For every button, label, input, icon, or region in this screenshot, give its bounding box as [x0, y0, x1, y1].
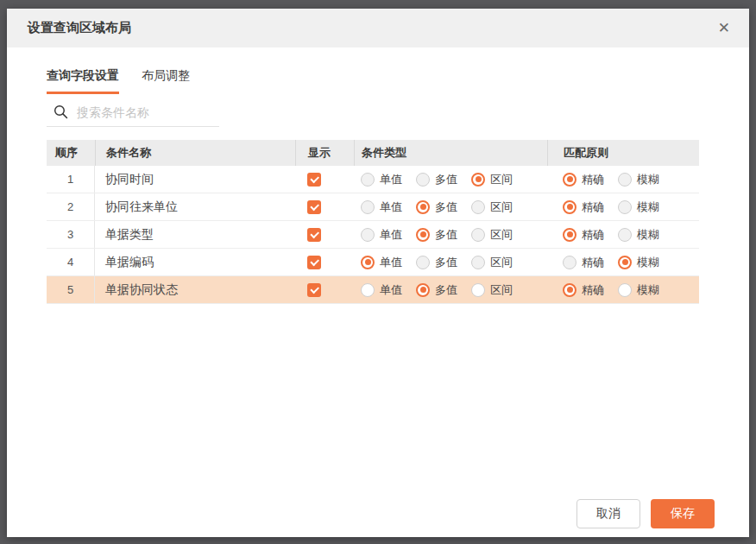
radio-multi-value[interactable] [416, 256, 430, 269]
row-order-number: 3 [47, 221, 95, 248]
radio-label-multi-value: 多值 [435, 282, 457, 298]
radio-label-exact: 精确 [582, 282, 604, 298]
close-icon[interactable]: ✕ [718, 21, 730, 35]
visible-checkbox[interactable] [307, 200, 321, 214]
radio-option-single-value[interactable]: 单值 [361, 255, 402, 270]
radio-single-value-selected[interactable] [361, 256, 375, 269]
radio-option-exact[interactable]: 精确 [563, 227, 604, 243]
radio-label-exact: 精确 [582, 172, 604, 187]
radio-option-range[interactable]: 区间 [471, 227, 513, 243]
condition-type-group: 单值多值区间 [354, 249, 547, 275]
radio-exact-selected[interactable] [563, 200, 576, 214]
row-condition-name: 协同时间 [95, 166, 295, 193]
row-condition-name: 单据编码 [95, 249, 295, 275]
radio-fuzzy[interactable] [618, 173, 632, 187]
radio-option-single-value[interactable]: 单值 [361, 199, 402, 215]
header-type: 条件类型 [354, 140, 547, 166]
search-box[interactable] [47, 99, 219, 127]
radio-label-single-value: 单值 [380, 282, 402, 298]
cancel-button[interactable]: 取消 [576, 499, 640, 528]
radio-option-single-value[interactable]: 单值 [361, 282, 402, 298]
set-query-layout-dialog: 设置查询区域布局 ✕ 查询字段设置 布局调整 顺序 条件名称 显示 条件类型 匹… [7, 9, 749, 537]
visible-checkbox[interactable] [307, 228, 321, 242]
radio-option-fuzzy[interactable]: 模糊 [618, 255, 659, 270]
radio-option-fuzzy[interactable]: 模糊 [618, 227, 659, 243]
radio-label-exact: 精确 [582, 227, 604, 243]
search-input[interactable] [77, 105, 206, 119]
radio-range-selected[interactable] [471, 173, 485, 187]
match-rule-group: 精确模糊 [547, 166, 699, 193]
radio-range[interactable] [471, 228, 485, 242]
radio-option-range[interactable]: 区间 [471, 172, 513, 187]
visible-checkbox[interactable] [307, 283, 321, 297]
radio-exact-selected[interactable] [563, 283, 576, 297]
radio-fuzzy[interactable] [618, 200, 632, 214]
radio-label-single-value: 单值 [380, 199, 402, 215]
radio-fuzzy-selected[interactable] [618, 256, 632, 269]
tab-query-field-settings[interactable]: 查询字段设置 [47, 68, 119, 94]
radio-range[interactable] [471, 256, 485, 269]
search-icon [54, 104, 68, 119]
radio-option-multi-value[interactable]: 多值 [416, 199, 457, 215]
radio-single-value[interactable] [361, 173, 375, 187]
radio-range[interactable] [471, 200, 485, 214]
table-row[interactable]: 4 单据编码 单值多值区间 精确模糊 [47, 249, 699, 276]
table-row[interactable]: 5 单据协同状态 单值多值区间 精确模糊 [47, 276, 699, 304]
dialog-content: 查询字段设置 布局调整 顺序 条件名称 显示 条件类型 匹配原则 1 协同时间 [7, 68, 749, 304]
radio-option-fuzzy[interactable]: 模糊 [618, 199, 659, 215]
tab-bar: 查询字段设置 布局调整 [47, 68, 699, 94]
radio-option-exact[interactable]: 精确 [563, 282, 604, 298]
radio-fuzzy[interactable] [618, 283, 632, 297]
row-order-number: 2 [47, 193, 95, 220]
radio-option-multi-value[interactable]: 多值 [416, 255, 457, 270]
match-rule-group: 精确模糊 [547, 221, 699, 248]
radio-single-value[interactable] [361, 228, 375, 242]
visible-checkbox[interactable] [307, 256, 321, 269]
radio-option-multi-value[interactable]: 多值 [416, 172, 457, 187]
radio-exact-selected[interactable] [563, 173, 576, 187]
radio-single-value[interactable] [361, 283, 375, 297]
radio-multi-value-selected[interactable] [416, 283, 430, 297]
table-row[interactable]: 3 单据类型 单值多值区间 精确模糊 [47, 221, 699, 249]
radio-multi-value-selected[interactable] [416, 228, 430, 242]
radio-label-range: 区间 [490, 227, 513, 243]
radio-label-multi-value: 多值 [435, 255, 457, 270]
tab-layout-adjust[interactable]: 布局调整 [142, 68, 190, 94]
radio-option-exact[interactable]: 精确 [563, 255, 604, 270]
radio-option-exact[interactable]: 精确 [563, 172, 604, 187]
radio-exact-selected[interactable] [563, 228, 576, 242]
radio-label-range: 区间 [490, 282, 513, 298]
radio-option-range[interactable]: 区间 [471, 199, 513, 215]
radio-option-exact[interactable]: 精确 [563, 199, 604, 215]
radio-option-range[interactable]: 区间 [471, 282, 513, 298]
table-row[interactable]: 1 协同时间 单值多值区间 精确模糊 [47, 166, 699, 193]
radio-range[interactable] [471, 283, 485, 297]
radio-multi-value-selected[interactable] [416, 200, 430, 214]
save-button[interactable]: 保存 [651, 499, 715, 528]
radio-single-value[interactable] [361, 200, 375, 214]
header-match-rule: 匹配原则 [547, 140, 699, 166]
radio-label-multi-value: 多值 [435, 199, 457, 215]
radio-option-single-value[interactable]: 单值 [361, 172, 402, 187]
radio-option-multi-value[interactable]: 多值 [416, 227, 457, 243]
radio-label-multi-value: 多值 [435, 172, 457, 187]
header-visible: 显示 [295, 140, 354, 166]
radio-fuzzy[interactable] [618, 228, 632, 242]
radio-label-multi-value: 多值 [435, 227, 457, 243]
radio-multi-value[interactable] [416, 173, 430, 187]
table-body: 1 协同时间 单值多值区间 精确模糊 2 协同往来单位 单值多值区间 精确模糊 … [47, 166, 699, 304]
radio-label-range: 区间 [490, 255, 513, 270]
radio-option-multi-value[interactable]: 多值 [416, 282, 457, 298]
radio-label-range: 区间 [490, 199, 513, 215]
table-row[interactable]: 2 协同往来单位 单值多值区间 精确模糊 [47, 193, 699, 221]
dialog-footer: 取消 保存 [576, 499, 715, 528]
radio-option-single-value[interactable]: 单值 [361, 227, 402, 243]
condition-type-group: 单值多值区间 [354, 221, 547, 248]
visible-checkbox[interactable] [307, 173, 321, 187]
radio-label-fuzzy: 模糊 [637, 199, 659, 215]
radio-option-range[interactable]: 区间 [471, 255, 513, 270]
radio-option-fuzzy[interactable]: 模糊 [618, 282, 659, 298]
row-order-number: 5 [47, 276, 95, 303]
radio-exact[interactable] [563, 256, 576, 269]
radio-option-fuzzy[interactable]: 模糊 [618, 172, 659, 187]
